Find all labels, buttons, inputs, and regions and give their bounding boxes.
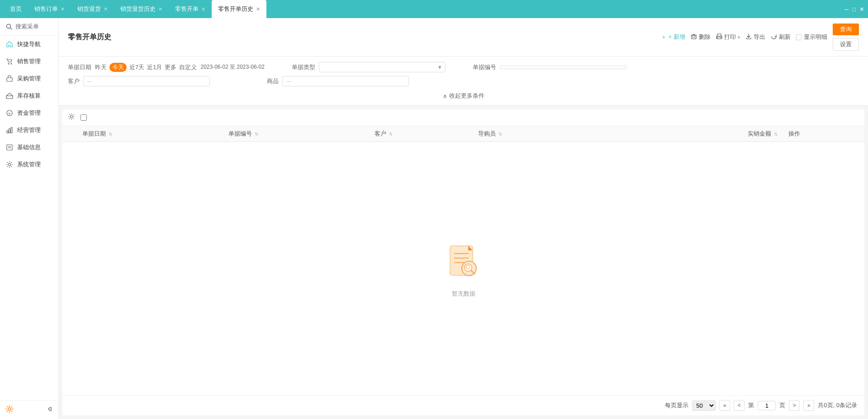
- tab-sales-return-close[interactable]: ✕: [104, 6, 108, 12]
- tab-retail-open-history-close[interactable]: ✕: [256, 6, 260, 12]
- table-settings-icon[interactable]: [68, 113, 75, 122]
- sidebar-item-finance-label: 资金管理: [17, 109, 41, 117]
- main-layout: 搜索采单 快捷导航 销售管理 采购管理 库存核算: [0, 18, 868, 419]
- gear-icon: [5, 160, 14, 169]
- tab-retail-open[interactable]: 零售开单 ✕: [169, 0, 212, 18]
- window-maximize[interactable]: □: [852, 6, 856, 13]
- tab-home-label: 首页: [10, 5, 22, 13]
- sort-salesperson-icon[interactable]: ⇅: [498, 132, 502, 137]
- sort-customer-icon[interactable]: ⇅: [389, 132, 393, 137]
- warehouse-icon: [5, 92, 14, 100]
- bill-type-filter: 单据类型 ▾: [292, 62, 446, 72]
- collapse-more[interactable]: ∧ 收起更多条件: [68, 90, 859, 102]
- sidebar-item-sys-mgmt-label: 系统管理: [17, 160, 41, 169]
- filter-area: 单据日期 昨天 今天 近7天 近1月 更多 自定义 2023-06-02 至 2…: [59, 56, 868, 106]
- customer-filter: 客户 ···: [68, 76, 210, 86]
- add-button[interactable]: ＋ + 新增: [661, 33, 685, 41]
- delete-icon: [691, 33, 697, 41]
- collapse-up-icon: ∧: [443, 93, 447, 99]
- show-detail-toggle[interactable]: 显示明细: [796, 33, 827, 41]
- sidebar-item-sales-mgmt-label: 销售管理: [17, 57, 41, 66]
- window-controls: ─ □ ✕: [844, 6, 864, 13]
- sidebar-item-inventory[interactable]: 库存核算: [0, 87, 58, 104]
- sidebar-item-finance[interactable]: ¥ 资金管理: [0, 104, 58, 122]
- table-toolbar-row: [62, 109, 864, 126]
- customer-input[interactable]: ···: [83, 76, 210, 86]
- sidebar-item-inventory-label: 库存核算: [17, 92, 41, 100]
- sidebar-item-purchase-mgmt-label: 采购管理: [17, 75, 41, 83]
- info-icon: [5, 143, 14, 151]
- date-options: 昨天 今天 近7天 近1月 更多 自定义: [95, 63, 197, 72]
- sidebar-item-basic-info-label: 基础信息: [17, 143, 41, 151]
- sort-no-icon[interactable]: ⇅: [255, 132, 258, 137]
- sidebar-item-operations-label: 经营管理: [17, 126, 41, 134]
- sidebar-item-operations[interactable]: 经营管理: [0, 122, 58, 139]
- sidebar-item-quick-nav[interactable]: 快捷导航: [0, 36, 58, 53]
- th-salesperson[interactable]: 导购员 ⇅: [473, 126, 598, 142]
- page-size-select[interactable]: 50 10 20 100: [692, 400, 716, 411]
- export-icon: [745, 33, 752, 41]
- delete-button[interactable]: 删除: [691, 33, 711, 41]
- th-date[interactable]: 单据日期 ⇅: [77, 126, 223, 142]
- sidebar-collapse-icon[interactable]: [46, 405, 53, 414]
- next-page-button[interactable]: >: [789, 400, 800, 411]
- bill-type-select[interactable]: ▾: [319, 62, 446, 72]
- select-all-checkbox[interactable]: [81, 114, 87, 121]
- th-check: [62, 126, 77, 142]
- sidebar-item-sales-mgmt[interactable]: 销售管理: [0, 53, 58, 70]
- date-opt-yesterday[interactable]: 昨天: [95, 63, 107, 71]
- date-opt-7days[interactable]: 近7天: [129, 63, 144, 71]
- tab-home[interactable]: 首页: [4, 0, 28, 18]
- date-opt-more[interactable]: 更多: [165, 63, 176, 71]
- tab-retail-open-close[interactable]: ✕: [201, 6, 205, 12]
- window-minimize[interactable]: ─: [844, 6, 849, 13]
- table-area: 单据日期 ⇅ 单据编号 ⇅ 客户 ⇅ 导购员 ⇅: [62, 109, 864, 415]
- refresh-button[interactable]: 刷新: [771, 33, 791, 41]
- sidebar-settings-icon[interactable]: [5, 405, 14, 414]
- query-button[interactable]: 查询: [833, 24, 859, 35]
- prev-page-button[interactable]: <: [734, 400, 745, 411]
- first-page-button[interactable]: «: [719, 400, 730, 411]
- customer-placeholder: ···: [87, 78, 92, 85]
- bill-no-label: 单据编号: [473, 63, 496, 71]
- toolbar: ＋ + 新增 删除 打印 ▾: [661, 24, 859, 51]
- goods-label: 商品: [267, 77, 279, 85]
- refresh-icon: [771, 33, 777, 41]
- total-info: 共0页, 0条记录: [818, 401, 857, 410]
- tab-sales-return[interactable]: 销货退货 ✕: [71, 0, 114, 18]
- action-buttons: 查询 设置: [833, 24, 859, 51]
- sort-date-icon[interactable]: ⇅: [109, 132, 112, 137]
- svg-text:¥: ¥: [8, 112, 11, 116]
- goods-input[interactable]: ···: [282, 76, 409, 86]
- print-button[interactable]: 打印 ▾: [716, 33, 740, 41]
- sort-amount-icon[interactable]: ⇅: [774, 132, 778, 137]
- date-opt-custom[interactable]: 自定义: [179, 63, 197, 71]
- data-table: 单据日期 ⇅ 单据编号 ⇅ 客户 ⇅ 导购员 ⇅: [62, 126, 864, 142]
- export-button[interactable]: 导出: [745, 33, 765, 41]
- sidebar-item-purchase-mgmt[interactable]: 采购管理: [0, 70, 58, 87]
- show-detail-checkbox[interactable]: [796, 34, 802, 40]
- th-customer[interactable]: 客户 ⇅: [369, 126, 473, 142]
- sidebar-item-basic-info[interactable]: 基础信息: [0, 139, 58, 156]
- last-page-button[interactable]: »: [803, 400, 814, 411]
- date-opt-1month[interactable]: 近1月: [147, 63, 162, 71]
- date-opt-today[interactable]: 今天: [109, 63, 127, 72]
- tab-sales-order-close[interactable]: ✕: [61, 6, 65, 12]
- tab-sales-order-label: 销售订单: [34, 5, 58, 13]
- th-no[interactable]: 单据编号 ⇅: [223, 126, 369, 142]
- page-number-input[interactable]: [758, 401, 776, 410]
- print-dropdown-icon[interactable]: ▾: [738, 35, 740, 40]
- th-amount[interactable]: 实销金额 ⇅: [637, 126, 783, 142]
- tab-sales-return-history-close[interactable]: ✕: [158, 6, 162, 12]
- tab-sales-order[interactable]: 销售订单 ✕: [28, 0, 71, 18]
- svg-rect-9: [9, 129, 10, 133]
- sidebar-item-sys-mgmt[interactable]: 系统管理: [0, 156, 58, 173]
- setting-button[interactable]: 设置: [833, 38, 859, 51]
- sidebar-bottom: [0, 400, 58, 419]
- bill-no-input[interactable]: [500, 66, 626, 69]
- tab-retail-open-history[interactable]: 零售开单历史 ✕: [212, 0, 266, 18]
- tab-sales-return-history[interactable]: 销货退货历史 ✕: [114, 0, 169, 18]
- window-close[interactable]: ✕: [859, 6, 864, 13]
- empty-text: 暂无数据: [452, 290, 475, 298]
- sidebar-search[interactable]: 搜索采单: [0, 18, 58, 36]
